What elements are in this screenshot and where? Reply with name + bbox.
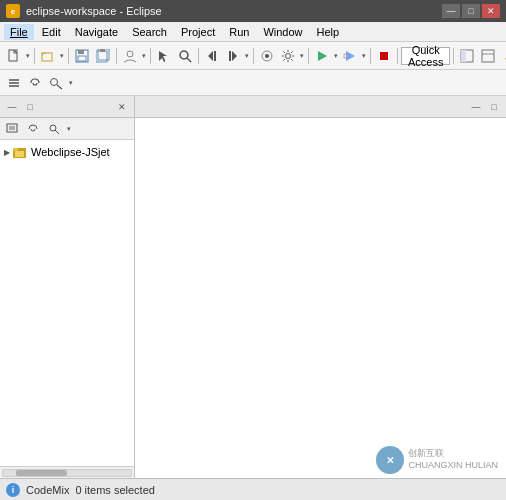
- svg-rect-9: [100, 49, 105, 52]
- status-bar: i CodeMix 0 items selected: [0, 478, 506, 500]
- gear-dropdown[interactable]: ▾: [299, 46, 305, 66]
- run-button[interactable]: [312, 46, 332, 66]
- open-file-button[interactable]: [38, 46, 58, 66]
- left-panel: — □ ✕ ▾ ▶: [0, 96, 135, 478]
- separator-10: [453, 48, 454, 64]
- minimize-panel-button[interactable]: —: [4, 99, 20, 115]
- next-nav-button[interactable]: [223, 46, 243, 66]
- eclipse-icon: e: [6, 4, 20, 18]
- menu-search[interactable]: Search: [126, 24, 173, 40]
- svg-line-36: [57, 85, 62, 89]
- separator-7: [308, 48, 309, 64]
- close-button[interactable]: ✕: [482, 4, 500, 18]
- stop-button[interactable]: [374, 46, 394, 66]
- views-button[interactable]: [478, 46, 498, 66]
- perspective-button[interactable]: [457, 46, 477, 66]
- save-all-button[interactable]: [93, 46, 113, 66]
- profile-dropdown[interactable]: ▾: [141, 46, 147, 66]
- status-message: 0 items selected: [75, 484, 154, 496]
- project-tree: ▶ Webclipse-JSjet: [0, 140, 134, 466]
- java-perspective-button[interactable]: J+: [499, 46, 506, 66]
- menu-project[interactable]: Project: [175, 24, 221, 40]
- panel-header-controls: — □: [4, 99, 38, 115]
- debug-button[interactable]: [340, 46, 360, 66]
- tree-item-label-webclipse: Webclipse-JSjet: [31, 146, 110, 158]
- profile-button[interactable]: [120, 46, 140, 66]
- quick-access-button[interactable]: Quick Access: [401, 47, 450, 65]
- main-toolbar: ▾ ▾ ▾ ▾ ▾ ▾: [0, 42, 506, 70]
- collapse-all-button[interactable]: [4, 73, 24, 93]
- save-button[interactable]: [72, 46, 92, 66]
- panel-search-button[interactable]: [44, 119, 64, 139]
- right-minimize-button[interactable]: —: [468, 99, 484, 115]
- panel-header-right: ✕: [114, 99, 130, 115]
- link-editor-button[interactable]: [25, 73, 45, 93]
- svg-point-10: [127, 51, 133, 57]
- scroll-track[interactable]: [2, 469, 132, 477]
- run-dropdown[interactable]: ▾: [333, 46, 339, 66]
- menu-bar: File Edit Navigate Search Project Run Wi…: [0, 22, 506, 42]
- separator-9: [397, 48, 398, 64]
- new-file-button[interactable]: [4, 46, 24, 66]
- tree-arrow-webclipse: ▶: [4, 148, 10, 157]
- svg-rect-38: [9, 126, 15, 130]
- window-controls[interactable]: — □ ✕: [442, 4, 500, 18]
- cursor-button[interactable]: [154, 46, 174, 66]
- scroll-thumb[interactable]: [16, 470, 67, 476]
- target-button[interactable]: [257, 46, 277, 66]
- separator-6: [253, 48, 254, 64]
- separator-1: [34, 48, 35, 64]
- menu-file[interactable]: File: [4, 24, 34, 40]
- panel-toolbar: ▾: [0, 118, 134, 140]
- svg-point-19: [265, 54, 269, 58]
- panel-scrollbar[interactable]: [0, 466, 134, 478]
- svg-rect-6: [78, 56, 86, 61]
- svg-rect-27: [482, 50, 494, 62]
- svg-marker-11: [159, 51, 167, 62]
- menu-window[interactable]: Window: [257, 24, 308, 40]
- menu-help[interactable]: Help: [311, 24, 346, 40]
- search-button[interactable]: [175, 46, 195, 66]
- close-panel-button[interactable]: ✕: [114, 99, 130, 115]
- plugin-name: CodeMix: [26, 484, 69, 496]
- svg-point-20: [286, 53, 291, 58]
- menu-edit[interactable]: Edit: [36, 24, 67, 40]
- tree-item-webclipse[interactable]: ▶ Webclipse-JSjet: [0, 142, 134, 162]
- svg-marker-14: [208, 51, 213, 61]
- menu-navigate[interactable]: Navigate: [69, 24, 124, 40]
- prev-nav-button[interactable]: [202, 46, 222, 66]
- svg-rect-5: [78, 50, 84, 54]
- nav-dropdown[interactable]: ▾: [244, 46, 250, 66]
- panel-link-button[interactable]: [23, 119, 43, 139]
- debug-dropdown[interactable]: ▾: [361, 46, 367, 66]
- svg-rect-42: [13, 148, 18, 151]
- minimize-button[interactable]: —: [442, 4, 460, 18]
- panel-more-dropdown[interactable]: ▾: [65, 119, 73, 139]
- separator-2: [68, 48, 69, 64]
- menu-run[interactable]: Run: [223, 24, 255, 40]
- separator-3: [116, 48, 117, 64]
- watermark-icon: ✕: [376, 446, 404, 474]
- svg-rect-15: [214, 51, 216, 61]
- panel-collapse-button[interactable]: [2, 119, 22, 139]
- watermark-text: 创新互联 CHUANGXIN HULIAN: [408, 448, 498, 471]
- svg-line-13: [187, 58, 191, 62]
- new-file-dropdown[interactable]: ▾: [25, 46, 31, 66]
- svg-rect-43: [15, 151, 24, 157]
- maximize-panel-button[interactable]: □: [22, 99, 38, 115]
- svg-line-40: [55, 130, 59, 134]
- open-dropdown[interactable]: ▾: [59, 46, 65, 66]
- secondary-toolbar: ▾: [0, 70, 506, 96]
- svg-rect-24: [380, 52, 388, 60]
- open-type-button[interactable]: [46, 73, 66, 93]
- open-type-dropdown[interactable]: ▾: [67, 73, 75, 93]
- right-panel: — □: [135, 96, 506, 478]
- svg-point-35: [51, 78, 58, 85]
- watermark: ✕ 创新互联 CHUANGXIN HULIAN: [376, 446, 498, 474]
- main-content: — □ ✕ ▾ ▶: [0, 96, 506, 478]
- gear-button[interactable]: [278, 46, 298, 66]
- right-maximize-button[interactable]: □: [486, 99, 502, 115]
- svg-point-12: [180, 51, 188, 59]
- maximize-button[interactable]: □: [462, 4, 480, 18]
- title-bar-left: e eclipse-workspace - Eclipse: [6, 4, 162, 18]
